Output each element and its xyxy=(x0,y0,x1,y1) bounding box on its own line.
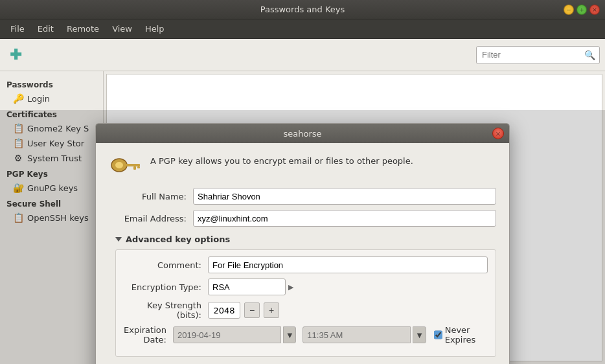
svg-rect-3 xyxy=(133,166,136,170)
full-name-row: Full Name: xyxy=(109,188,496,205)
encryption-type-select[interactable]: RSA DSA xyxy=(208,279,286,295)
email-row: Email Address: xyxy=(109,210,496,227)
maximize-button[interactable]: + xyxy=(576,5,587,15)
menu-edit[interactable]: Edit xyxy=(32,21,59,36)
comment-row: Comment: xyxy=(124,256,488,273)
key-icon: 🔑 xyxy=(13,93,23,104)
window-title: Passwords and Keys xyxy=(260,5,345,14)
dialog-close-button[interactable]: × xyxy=(492,128,504,139)
never-expires-label: Never Expires xyxy=(434,325,498,345)
menu-help[interactable]: Help xyxy=(140,21,170,36)
minimize-button[interactable]: − xyxy=(564,5,574,15)
add-button[interactable]: ✚ xyxy=(5,45,26,65)
filter-input[interactable] xyxy=(477,50,580,60)
comment-input[interactable] xyxy=(208,256,488,273)
time-dropdown-button[interactable]: ▼ xyxy=(413,326,426,343)
sidebar-item-login[interactable]: 🔑 Login xyxy=(3,91,100,106)
pgp-key-icon xyxy=(109,154,141,179)
advanced-toggle[interactable]: Advanced key options xyxy=(109,232,496,249)
key-strength-label: Key Strength (bits): xyxy=(124,301,208,320)
key-strength-decrease-button[interactable]: − xyxy=(244,302,260,318)
dialog-backdrop: seahorse × xyxy=(0,110,605,364)
section-passwords: Passwords xyxy=(0,76,103,91)
encryption-type-label: Encryption Type: xyxy=(124,282,208,292)
window-controls: − + × xyxy=(564,5,600,15)
key-strength-increase-button[interactable]: + xyxy=(264,302,279,318)
key-strength-value: 2048 xyxy=(208,302,240,319)
svg-rect-4 xyxy=(137,166,140,168)
chevron-right-icon: ▶ xyxy=(288,283,293,291)
close-button[interactable]: × xyxy=(589,5,600,15)
advanced-section: Comment: Encryption Type: RSA DSA ▶ xyxy=(115,249,496,357)
key-strength-controls: 2048 − + xyxy=(208,302,279,319)
dialog-title: seahorse xyxy=(283,129,321,139)
encryption-type-row: Encryption Type: RSA DSA ▶ xyxy=(124,279,488,295)
pgp-info: A PGP key allows you to encrypt email or… xyxy=(109,154,496,179)
expiration-label: Expiration Date: xyxy=(124,325,173,345)
email-input[interactable] xyxy=(193,210,496,227)
date-field: ▼ ▼ Never Expires xyxy=(173,325,498,345)
menu-bar: File Edit Remote View Help xyxy=(0,19,605,39)
svg-rect-2 xyxy=(126,164,140,166)
never-expires-text: Never Expires xyxy=(445,325,498,345)
expiration-time-input[interactable] xyxy=(302,326,411,343)
seahorse-dialog: seahorse × xyxy=(95,123,510,364)
main-content: Passwords 🔑 Login Certificates 📋 Gnome2 … xyxy=(0,71,605,364)
expiration-row: Expiration Date: ▼ ▼ Never Expires xyxy=(124,325,488,345)
expiration-date-input[interactable] xyxy=(173,326,281,343)
date-dropdown-button[interactable]: ▼ xyxy=(283,326,296,343)
title-bar: Passwords and Keys − + × xyxy=(0,0,605,19)
email-label: Email Address: xyxy=(109,214,193,223)
svg-point-1 xyxy=(115,162,123,168)
search-icon: 🔍 xyxy=(580,50,599,60)
filter-group: 🔍 xyxy=(476,46,600,64)
chevron-down-icon xyxy=(115,237,122,242)
key-strength-row: Key Strength (bits): 2048 − + xyxy=(124,301,488,320)
dialog-title-bar: seahorse × xyxy=(96,124,509,143)
full-name-input[interactable] xyxy=(193,188,496,205)
comment-label: Comment: xyxy=(124,260,208,270)
pgp-info-text: A PGP key allows you to encrypt email or… xyxy=(150,154,413,166)
menu-view[interactable]: View xyxy=(107,21,137,36)
menu-remote[interactable]: Remote xyxy=(62,21,104,36)
full-name-label: Full Name: xyxy=(109,192,193,201)
never-expires-checkbox[interactable] xyxy=(434,330,442,339)
sidebar-item-login-label: Login xyxy=(27,94,50,104)
encryption-type-select-wrapper: RSA DSA ▶ xyxy=(208,279,293,295)
toolbar: ✚ 🔍 xyxy=(0,39,605,71)
dialog-content: A PGP key allows you to encrypt email or… xyxy=(96,143,509,364)
menu-file[interactable]: File xyxy=(5,21,30,36)
advanced-toggle-label: Advanced key options xyxy=(126,234,230,244)
